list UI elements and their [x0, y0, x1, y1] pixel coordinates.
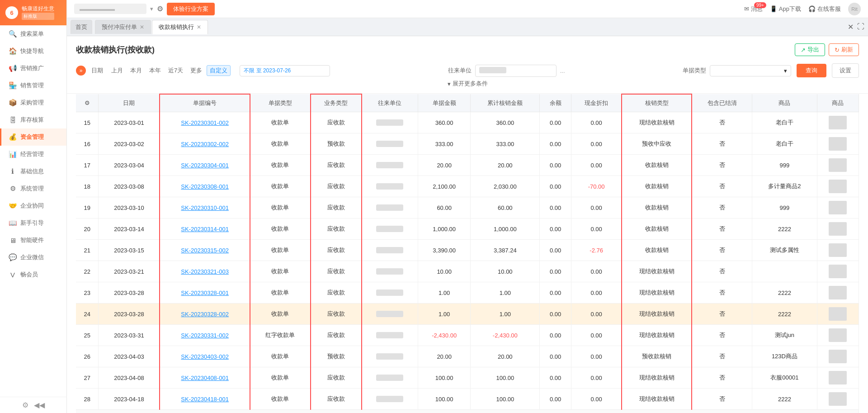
cell-biz-type: 应收款: [311, 367, 362, 389]
online-service-link[interactable]: 🎧 在线客服: [808, 5, 841, 13]
order-no-link[interactable]: SK-20230301-002: [181, 119, 229, 126]
sidebar-item-cooperation[interactable]: 🤝企业协同: [0, 197, 66, 214]
sidebar-item-shortcuts[interactable]: 🏠快捷导航: [0, 43, 66, 60]
logo-badge: 标推版: [22, 13, 54, 20]
cell-partner: [362, 197, 418, 218]
date-this-year[interactable]: 本年: [146, 66, 164, 76]
cell-order-no: SK-20230328-002: [160, 304, 250, 325]
order-no-link[interactable]: SK-20230328-001: [181, 290, 229, 296]
th-settings[interactable]: ⚙: [76, 94, 99, 112]
sidebar-icon-member: V: [9, 271, 17, 279]
filter-row-1: » 日期 上月 本月 本年 近7天 更多 自定义 不限 至 2023-07-26…: [76, 63, 859, 78]
cell-partner: [362, 346, 418, 367]
export-button[interactable]: ↗ 导出: [795, 43, 825, 56]
order-no-link[interactable]: SK-20230310-001: [181, 204, 229, 211]
date-more[interactable]: 更多: [188, 66, 205, 76]
date-7days[interactable]: 近7天: [165, 66, 186, 76]
cell-no: 21: [76, 240, 99, 261]
tab-verify-execution[interactable]: 收款核销执行 ✕: [152, 20, 208, 34]
cell-verify-amount: -2,430.00: [471, 325, 540, 346]
page-header: 收款核销执行(按收款) ↗ 导出 ↻ 刷新: [67, 36, 868, 60]
settings-icon[interactable]: ⚙: [22, 401, 28, 409]
sidebar-item-operations[interactable]: 📊经营管理: [0, 146, 66, 163]
sidebar-item-hardware[interactable]: 🖥智能硬件: [0, 232, 66, 249]
cell-order-no: SK-20230403-002: [160, 346, 250, 367]
cell-balance: 0.00: [540, 218, 571, 240]
settings-button[interactable]: 设置: [832, 63, 859, 78]
topbar-gear-icon[interactable]: ⚙: [157, 5, 163, 13]
sidebar-icon-marketing: 📢: [9, 64, 17, 72]
refresh-button[interactable]: ↻ 刷新: [829, 43, 859, 56]
cell-cash-discount: 0.00: [571, 325, 622, 346]
th-order-no: 单据编号: [160, 94, 250, 112]
sidebar-item-system[interactable]: ⚙系统管理: [0, 180, 66, 197]
cell-included: 否: [692, 218, 752, 240]
sidebar-item-marketing[interactable]: 📢营销推广: [0, 60, 66, 77]
sidebar-item-search[interactable]: 🔍搜索菜单: [0, 25, 66, 43]
tab-advance-payment[interactable]: 预付冲应付单 ✕: [95, 20, 151, 34]
sidebar-item-purchase[interactable]: 📦采购管理: [0, 94, 66, 111]
order-no-link[interactable]: SK-20230304-001: [181, 162, 229, 169]
order-no-link[interactable]: SK-20230308-001: [181, 183, 229, 190]
sidebar-item-basic[interactable]: ℹ基础信息: [0, 163, 66, 180]
cell-verify-type: 预收款核销: [622, 346, 692, 367]
sidebar-label-system: 系统管理: [20, 185, 44, 193]
cell-verify-amount: 100.00: [471, 389, 540, 410]
tab-home[interactable]: 首页: [71, 20, 92, 34]
order-no-link[interactable]: SK-20230315-002: [181, 247, 229, 254]
sidebar-item-guide[interactable]: 📖新手引导: [0, 214, 66, 232]
advance-tab-close[interactable]: ✕: [140, 24, 144, 30]
cell-biz-type: 应收款: [311, 325, 362, 346]
date-this-month[interactable]: 本月: [127, 66, 145, 76]
date-range-display[interactable]: 不限 至 2023-07-26: [240, 65, 330, 76]
order-no-link[interactable]: SK-20230408-001: [181, 375, 229, 381]
sidebar-icon-wechat: 💬: [9, 253, 17, 261]
sidebar-item-sales[interactable]: 🏪销售管理: [0, 77, 66, 94]
date-last-month[interactable]: 上月: [108, 66, 126, 76]
cell-partner: [362, 282, 418, 304]
topbar-search[interactable]: ▬▬▬▬▬▬: [74, 4, 146, 14]
order-no-link[interactable]: SK-20230331-002: [181, 332, 229, 339]
tab-fullscreen-icon[interactable]: ⛶: [857, 23, 864, 31]
order-no-link[interactable]: SK-20230418-001: [181, 396, 229, 403]
order-no-link[interactable]: SK-20230321-003: [181, 268, 229, 275]
cell-balance: 0.00: [540, 367, 571, 389]
sidebar-item-inventory[interactable]: 🗄库存核算: [0, 111, 66, 128]
order-no-link[interactable]: SK-20230314-001: [181, 226, 229, 233]
order-type-select[interactable]: ▾: [710, 65, 791, 76]
date-filter-label: 日期: [91, 66, 103, 75]
cell-partner: [362, 155, 418, 176]
cell-cash-discount: 0.00: [571, 346, 622, 367]
sidebar-item-finance[interactable]: 💰资金管理: [0, 128, 66, 146]
cell-order-type: 收款单: [250, 197, 311, 218]
order-no-link[interactable]: SK-20230302-002: [181, 141, 229, 147]
order-no-link[interactable]: SK-20230403-002: [181, 353, 229, 360]
sidebar-item-wechat[interactable]: 💬企业微信: [0, 249, 66, 266]
cell-cash-discount: -70.00: [571, 176, 622, 197]
cell-no: 25: [76, 325, 99, 346]
cell-amount: 20.00: [418, 346, 471, 367]
expand-more-bar[interactable]: ▾ 展开更多条件: [76, 78, 859, 90]
sidebar-label-marketing: 营销推广: [20, 64, 44, 72]
filter-toggle-button[interactable]: »: [76, 66, 86, 76]
cell-date: 2023-03-14: [99, 218, 160, 240]
sidebar-item-member[interactable]: V畅会员: [0, 266, 66, 283]
solution-button[interactable]: 体验行业方案: [167, 3, 215, 15]
app-download-link[interactable]: 📱 App下载: [770, 5, 801, 13]
order-no-link[interactable]: SK-20230328-002: [181, 311, 229, 318]
table-row: 27 2023-04-08 SK-20230408-001 收款单 应收款 10…: [76, 367, 859, 389]
topbar-chevron-icon: ▾: [150, 5, 153, 12]
date-custom-btn[interactable]: 自定义: [207, 65, 231, 76]
user-avatar[interactable]: Rit: [848, 3, 861, 15]
tab-close-all-icon[interactable]: ✕: [848, 23, 854, 31]
cell-cash-discount: 0.00: [571, 155, 622, 176]
cell-cash-discount: 0.00: [571, 389, 622, 410]
table-row: 21 2023-03-15 SK-20230315-002 收款单 应收款 3,…: [76, 240, 859, 261]
verify-tab-close[interactable]: ✕: [197, 24, 201, 30]
query-button[interactable]: 查询: [797, 64, 826, 77]
partner-input[interactable]: [475, 65, 557, 77]
cell-product1: 老白干: [752, 133, 817, 155]
message-button[interactable]: ✉ 消息 99+: [744, 5, 763, 13]
collapse-icon[interactable]: ◀◀: [34, 401, 45, 409]
cell-amount: 3,390.00: [418, 240, 471, 261]
